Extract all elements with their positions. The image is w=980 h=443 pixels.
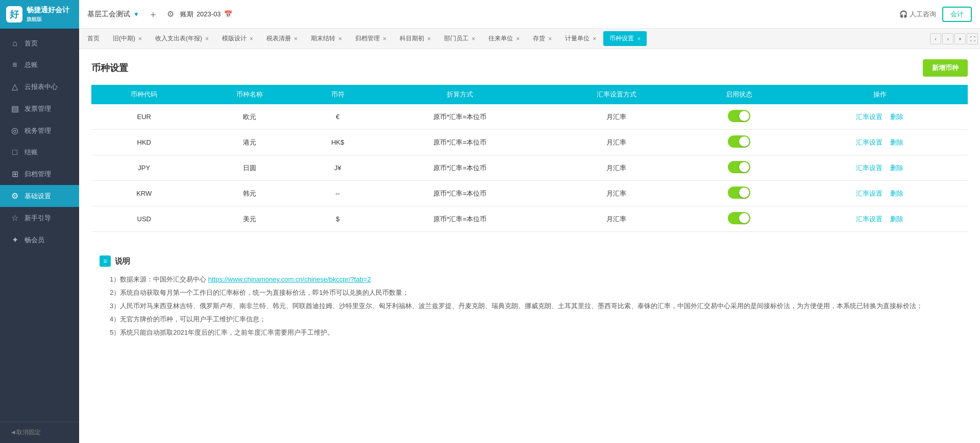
toggle-track [728, 212, 750, 224]
tab-subjects[interactable]: 科目期初 × [394, 31, 437, 46]
notes-title-text: 说明 [115, 257, 130, 266]
cell-actions: 汇率设置 删除 [792, 206, 968, 232]
tab-close-icon[interactable]: × [294, 35, 298, 42]
delete-link[interactable]: 删除 [890, 113, 903, 121]
user-role-button[interactable]: 会计 [942, 7, 972, 22]
rate-settings-link[interactable]: 汇率设置 [856, 138, 883, 146]
sidebar-item-invoice[interactable]: ▤ 发票管理 [0, 98, 79, 120]
home-icon: ⌂ [10, 39, 19, 48]
tab-close-icon[interactable]: × [548, 35, 552, 42]
period-value: 2023-03 [197, 10, 221, 18]
guide-icon: ☆ [10, 213, 19, 223]
headset-icon: 🎧 [899, 10, 908, 18]
calendar-icon[interactable]: 📅 [224, 10, 232, 18]
notes-link[interactable]: https://www.chinamoney.com.cn/chinese/bk… [208, 275, 371, 283]
cell-status[interactable] [687, 181, 792, 206]
tab-close-icon[interactable]: × [593, 35, 596, 42]
tab-close-icon[interactable]: × [250, 35, 253, 42]
cell-status[interactable] [687, 206, 792, 232]
pin-label: ◄取消固定 [10, 428, 41, 437]
enable-toggle[interactable] [728, 110, 750, 122]
tab-close-icon[interactable]: × [427, 35, 431, 42]
rate-settings-link[interactable]: 汇率设置 [856, 164, 883, 172]
sidebar-item-ledger[interactable]: ≡ 总账 [0, 54, 79, 76]
delete-link[interactable]: 删除 [890, 190, 903, 197]
rate-settings-link[interactable]: 汇率设置 [856, 215, 883, 223]
sidebar-item-tax[interactable]: ◎ 税务管理 [0, 120, 79, 142]
tab-trial[interactable]: 旧(中期) × [107, 31, 148, 46]
tab-unit[interactable]: 计量单位 × [559, 31, 602, 46]
tab-income[interactable]: 收入支出表(年报) × [149, 31, 215, 46]
tab-home[interactable]: 首页 [81, 31, 106, 46]
tab-close-icon[interactable]: × [637, 35, 641, 42]
enable-toggle[interactable] [728, 135, 750, 148]
sidebar-item-member[interactable]: ✦ 畅会员 [0, 229, 79, 251]
sidebar-item-label: 基础设置 [24, 192, 51, 201]
col-status: 启用状态 [687, 85, 792, 104]
invoice-icon: ▤ [10, 104, 19, 113]
tab-close-icon[interactable]: × [472, 35, 475, 42]
sidebar-item-archive[interactable]: ⊞ 归档管理 [0, 163, 79, 185]
ledger-icon: ≡ [10, 60, 19, 69]
reports-icon: △ [10, 82, 19, 91]
sidebar-item-settings[interactable]: ⚙ 基础设置 [0, 185, 79, 207]
company-name: 基层工会测试 [87, 10, 130, 19]
tab-prev-button[interactable]: ‹ [930, 33, 941, 44]
delete-link[interactable]: 删除 [890, 215, 903, 223]
tab-close-icon[interactable]: × [516, 35, 520, 42]
tab-period[interactable]: 期末结转 × [305, 31, 348, 46]
sidebar-pin-toggle[interactable]: ◄取消固定 [0, 422, 79, 443]
enable-toggle[interactable] [728, 186, 750, 199]
col-code: 币种代码 [91, 85, 197, 104]
enable-toggle[interactable] [728, 161, 750, 173]
sidebar-item-reports[interactable]: △ 云报表中心 [0, 76, 79, 98]
sidebar-item-settle[interactable]: □ 结账 [0, 142, 79, 163]
tab-dept[interactable]: 部门员工 × [438, 31, 481, 46]
cell-calc: 原币*汇率=本位币 [373, 130, 547, 155]
logo-icon: 好 [6, 6, 22, 22]
col-rate: 汇率设置方式 [547, 85, 687, 104]
period-display: 账期 2023-03 📅 [180, 10, 232, 19]
tab-currency[interactable]: 币种设置 × [603, 31, 647, 46]
tab-next-button[interactable]: › [942, 33, 953, 44]
tab-taxclear[interactable]: 税表清册 × [260, 31, 304, 46]
add-tab-button[interactable]: ＋ [145, 7, 161, 21]
toggle-track [728, 135, 750, 148]
help-button[interactable]: 🎧 人工咨询 [899, 10, 936, 19]
cell-status[interactable] [687, 155, 792, 181]
cell-actions: 汇率设置 删除 [792, 130, 968, 155]
company-settings-icon[interactable]: ⚙ [167, 9, 174, 19]
notes-list: 1）数据来源：中国外汇交易中心 https://www.chinamoney.c… [100, 273, 960, 339]
sidebar-item-home[interactable]: ⌂ 首页 [0, 33, 79, 54]
cell-symbol: J¥ [302, 155, 373, 181]
tab-template[interactable]: 模版设计 × [216, 31, 259, 46]
tab-close-icon[interactable]: × [138, 35, 142, 42]
tab-archive[interactable]: 归档管理 × [349, 31, 393, 46]
tab-label: 科目期初 [400, 34, 424, 43]
tax-icon: ◎ [10, 126, 19, 135]
tab-close-icon[interactable]: × [338, 35, 342, 42]
tab-label: 收入支出表(年报) [155, 34, 202, 43]
tab-units[interactable]: 往来单位 × [482, 31, 526, 46]
tab-stock[interactable]: 存货 × [527, 31, 558, 46]
rate-settings-link[interactable]: 汇率设置 [856, 113, 883, 121]
new-currency-button[interactable]: 新增币种 [923, 59, 968, 77]
tab-close-all-button[interactable]: × [954, 33, 966, 44]
tab-fullscreen-button[interactable]: ⛶ [967, 33, 978, 44]
delete-link[interactable]: 删除 [890, 164, 903, 172]
enable-toggle[interactable] [728, 212, 750, 224]
sidebar-item-guide[interactable]: ☆ 新手引导 [0, 207, 79, 229]
cell-status[interactable] [687, 104, 792, 130]
cell-status[interactable] [687, 130, 792, 155]
toggle-track [728, 110, 750, 122]
table-row: HKD 港元 HK$ 原币*汇率=本位币 月汇率 汇率设置 删除 [91, 130, 968, 155]
rate-settings-link[interactable]: 汇率设置 [856, 190, 883, 197]
cell-rate: 月汇率 [547, 181, 687, 206]
tab-label: 旧(中期) [113, 34, 135, 43]
tab-close-icon[interactable]: × [205, 35, 209, 42]
cell-name: 韩元 [197, 181, 302, 206]
delete-link[interactable]: 删除 [890, 138, 903, 146]
company-selector[interactable]: 基层工会测试 ▼ [87, 10, 139, 19]
tab-close-icon[interactable]: × [383, 35, 386, 42]
notes-header: ≡ 说明 [100, 255, 960, 267]
